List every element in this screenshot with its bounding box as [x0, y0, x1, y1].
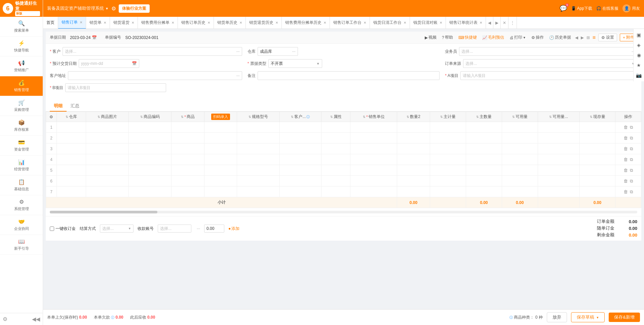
tab-nav-next[interactable]: ▶ [493, 17, 501, 29]
a-project-input[interactable]: 请输入A项目 [463, 73, 635, 79]
th-customer-code[interactable]: ⇅ 客户... ⓘ [280, 112, 321, 122]
row-warehouse-1[interactable] [57, 122, 86, 133]
sidebar-item-finance[interactable]: 💳 资金管理 [0, 136, 43, 156]
nav-next-icon[interactable]: ▶ [581, 35, 584, 40]
row-unit-1[interactable] [350, 122, 397, 133]
profit-btn[interactable]: 📈 毛利预估 [481, 34, 505, 41]
grid-view-icon[interactable]: ⊞ [586, 35, 590, 40]
sidebar-item-sales[interactable]: 💰 销售管理 [0, 76, 43, 96]
right-panel-icon-5[interactable]: 📷 [634, 71, 644, 80]
th-unit[interactable]: ⇅ *销售单位 [350, 112, 397, 122]
th-product[interactable]: ⇅ *商品 [172, 112, 204, 122]
scan-btn[interactable]: 扫码录入 [211, 114, 230, 120]
a-project-input-wrap[interactable]: 请输入A项目 [460, 71, 637, 80]
history-btn[interactable]: 🕐 历史单据 [548, 34, 572, 41]
th-main-unit[interactable]: ⇅ 主计量 [430, 112, 466, 122]
tab-return-history[interactable]: 销货退货历史 ✕ [246, 17, 282, 29]
account-ellipsis[interactable]: ··· [197, 226, 200, 231]
row-stock-1[interactable] [579, 122, 615, 133]
discard-btn[interactable]: 放弃 [547, 312, 567, 322]
th-product-image[interactable]: ⇅ 商品图片 [86, 112, 128, 122]
app-download-btn[interactable]: 📱 App下载 [571, 6, 592, 11]
address-input-wrap[interactable]: ··· [68, 71, 242, 80]
tab-close-daily-reconcile[interactable]: ✕ [440, 21, 442, 25]
delete-row-5[interactable]: 🗑 [623, 168, 628, 173]
settings-icon-bottom[interactable]: ⚙ [3, 316, 7, 322]
sidebar-item-purchase[interactable]: 🛒 采购管理 [0, 96, 43, 116]
copy-row-5[interactable]: ⧉ [630, 168, 633, 173]
settlement-input[interactable]: 选择... [102, 226, 128, 232]
tab-invoice-history[interactable]: 销货单历史 ✕ [214, 17, 246, 29]
tab-order-stats[interactable]: 销售订单统计表 ✕ [446, 17, 486, 29]
tab-close-order-history[interactable]: ✕ [207, 21, 210, 25]
tab-order-workbench[interactable]: 销售订单工作台 ✕ [330, 17, 370, 29]
date-picker-icon[interactable]: 📅 [132, 61, 137, 66]
row-cust-code-1[interactable] [280, 122, 321, 133]
tab-close-sales-invoice[interactable]: ✕ [104, 21, 106, 25]
right-panel-icon-3[interactable]: ◉ [634, 50, 644, 60]
row-img-1[interactable] [86, 122, 128, 133]
sidebar-item-search[interactable]: 🔍 搜索菜单 [0, 17, 43, 37]
invoice-type-select[interactable]: 不开票 ▼ [268, 59, 322, 68]
view-btn[interactable]: ▶ 视频 [423, 34, 438, 41]
save-draft-btn[interactable]: 保存草稿 ▼ [571, 312, 605, 322]
tab-close-expense-split[interactable]: ✕ [172, 21, 174, 25]
sidebar-item-system[interactable]: ⚙ 系统管理 [0, 195, 43, 215]
tab-close-invoice-history[interactable]: ✕ [239, 21, 242, 25]
delete-row-4[interactable]: 🗑 [623, 157, 628, 162]
tab-nav-menu[interactable]: ⋮ [508, 17, 517, 29]
copy-row-6[interactable]: ⧉ [630, 178, 633, 184]
address-ellipsis[interactable]: ··· [236, 73, 240, 78]
tab-close-sales-return[interactable]: ✕ [131, 21, 134, 25]
salesperson-input[interactable]: 选择... [461, 49, 630, 54]
tab-daily-clear-workbench[interactable]: 钱货日清工作台 ✕ [370, 17, 410, 29]
sidebar-item-basic[interactable]: 📋 基础信息 [0, 175, 43, 195]
sidebar-item-operations[interactable]: 📊 经营管理 [0, 156, 43, 175]
row-attr-1[interactable] [321, 122, 350, 133]
tab-close-return-history[interactable]: ✕ [275, 21, 278, 25]
payment-amount[interactable]: 0.00 [204, 225, 224, 233]
tab-close-expense-history[interactable]: ✕ [324, 21, 326, 25]
right-panel-icon-2[interactable]: ◈ [634, 40, 644, 50]
warehouse-ellipsis[interactable]: ··· [292, 49, 296, 54]
info-icon[interactable]: ⓘ [306, 115, 310, 119]
copy-row-1[interactable]: ⧉ [630, 125, 633, 130]
th-main-qty[interactable]: ⇅ 主数量 [466, 112, 502, 122]
tab-expense-split[interactable]: 销售费用分摊单 ✕ [138, 17, 178, 29]
goods-count-icon[interactable]: ⓘ [509, 316, 513, 319]
tab-detail[interactable]: 明细 [50, 101, 67, 112]
account-select[interactable]: 选择... [158, 225, 191, 233]
add-payment-btn[interactable]: ● 添加 [228, 226, 239, 232]
delete-row-7[interactable]: 🗑 [623, 189, 628, 194]
th-scan[interactable]: 扫码录入 [204, 112, 237, 122]
tab-sales-return[interactable]: 销货退货 ✕ [110, 17, 138, 29]
col-settings-icon[interactable]: ⚙ [49, 115, 53, 119]
right-panel-icon-4[interactable]: ★ [634, 60, 644, 70]
th-spec[interactable]: ⇅ 规格型号 [237, 112, 279, 122]
th-stock[interactable]: ⇅ 现存量 [579, 112, 615, 122]
expected-date-input-wrap[interactable]: yyyy-mm-dd 📅 [79, 59, 139, 68]
customer-input-wrap[interactable]: 选择... ··· [63, 47, 242, 56]
info-icon-footer[interactable]: ⓘ [111, 316, 114, 319]
row-avail2-1[interactable] [538, 122, 579, 133]
warehouse-input-wrap[interactable]: 成品库 ··· [258, 47, 298, 56]
tab-close-sales-order[interactable]: ✕ [80, 21, 82, 24]
tab-order-history[interactable]: 销售订单历史 ✕ [178, 17, 214, 29]
copy-row-7[interactable]: ⧉ [630, 189, 633, 195]
copy-row-3[interactable]: ⧉ [630, 146, 633, 152]
operations-btn[interactable]: ⚙ 操作 [530, 34, 545, 41]
tab-nav-prev[interactable]: ◀ [486, 17, 493, 29]
delete-row-2[interactable]: 🗑 [623, 135, 628, 140]
row-qty2-1[interactable] [397, 122, 430, 133]
expected-date-input[interactable]: yyyy-mm-dd [81, 61, 132, 66]
right-panel-icon-1[interactable]: ▣ [634, 30, 644, 40]
order-source-input[interactable]: 选择... [465, 61, 632, 67]
sidebar-item-enterprise[interactable]: 🤝 企业协同 [0, 215, 43, 235]
tab-close-order-workbench[interactable]: ✕ [364, 21, 366, 25]
shortcuts-btn[interactable]: ⌨ 快捷键 [457, 34, 478, 41]
tab-sales-order[interactable]: 销售订单 ✕ [58, 17, 86, 29]
th-settings[interactable]: ⚙ [46, 112, 57, 122]
sidebar-item-marketing[interactable]: 📢 营销推广 [0, 56, 43, 76]
row-product-1[interactable] [172, 122, 204, 133]
order-source-select[interactable]: 选择... ▼ [463, 59, 637, 68]
